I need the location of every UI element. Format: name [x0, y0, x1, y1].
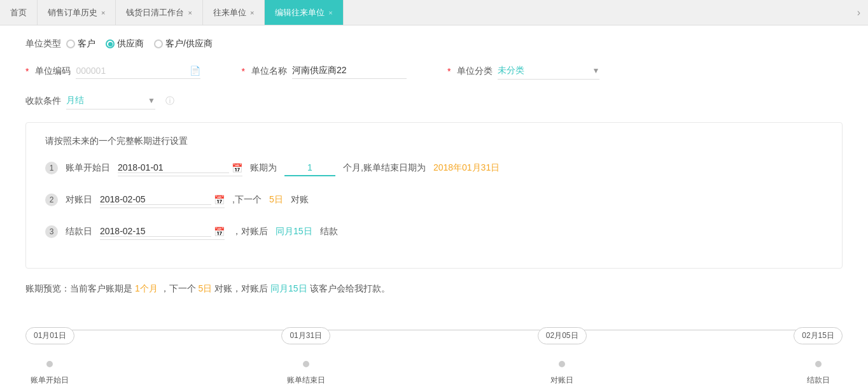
row-num-3: 3 — [45, 225, 58, 238]
unit-name-input[interactable] — [292, 63, 407, 79]
payment-terms-value: 月结 — [66, 95, 145, 106]
unit-code-input-wrapper: 📄 — [76, 63, 200, 79]
unit-info-row: * 单位编码 📄 * 单位名称 * 单位分类 未分类 ▼ — [25, 62, 843, 80]
payment-terms-arrow: ▼ — [148, 96, 155, 105]
timeline-dots: 01月01日 账单开始日 01月31日 账单结束日 02月05日 对账日 02月… — [25, 327, 843, 386]
radio-both[interactable]: 客户/供应商 — [154, 38, 213, 50]
timeline-pill-2: 01月31日 — [281, 327, 330, 344]
timeline-label-1: 账单开始日 — [31, 375, 69, 386]
unit-name-label: 单位名称 — [251, 66, 287, 77]
unit-code-star: * — [25, 66, 29, 76]
timeline-dot-4 — [815, 361, 822, 367]
timeline-pill-1: 01月01日 — [25, 327, 74, 344]
timeline: 01月01日 账单开始日 01月31日 账单结束日 02月05日 对账日 02月… — [25, 314, 843, 387]
payment-date-input: 📅 — [100, 223, 225, 240]
radio-supplier[interactable]: 供应商 — [106, 38, 144, 50]
radio-supplier-circle — [106, 39, 115, 48]
payment-date-calendar[interactable]: 📅 — [214, 227, 225, 237]
tab-partner[interactable]: 往来单位 × — [203, 0, 265, 25]
payment-terms-select[interactable]: 月结 ▼ — [66, 92, 155, 109]
preview-day5: 5日 — [198, 283, 212, 293]
tab-partner-close[interactable]: × — [250, 9, 254, 17]
tab-sales-history[interactable]: 销售订单历史 × — [38, 0, 116, 25]
period-input[interactable] — [284, 160, 335, 176]
end-date-display: 2018年01月31日 — [433, 162, 500, 174]
unit-category-value: 未分类 — [498, 65, 589, 76]
tab-cash-desk-label: 钱货日清工作台 — [126, 7, 184, 18]
payment-date-field[interactable] — [100, 226, 211, 237]
row-label-1: 账单开始日 — [66, 162, 110, 174]
timeline-pill-4: 02月15日 — [794, 327, 843, 344]
payment-post: 结款 — [320, 226, 338, 237]
unit-type-label: 单位类型 — [25, 38, 61, 50]
radio-supplier-label: 供应商 — [117, 38, 144, 50]
tabs-bar: 首页 销售订单历史 × 钱货日清工作台 × 往来单位 × 编辑往来单位 × › — [0, 0, 868, 25]
tab-home-label: 首页 — [10, 7, 27, 18]
unit-category-arrow: ▼ — [592, 66, 599, 75]
reconcile-date-field[interactable] — [100, 194, 211, 205]
payment-pre: ，对账后 — [232, 226, 268, 237]
start-date-field[interactable] — [118, 162, 229, 173]
unit-type-field: 单位类型 客户 供应商 客户/供应商 — [25, 38, 213, 50]
payment-terms-field: 收款条件 月结 ▼ ⓘ — [25, 92, 174, 109]
timeline-node-2: 01月31日 账单结束日 — [281, 327, 330, 386]
start-date-calendar[interactable]: 📅 — [232, 163, 242, 173]
preview-text: 账期预览：当前客户账期是 1个月 ，下一个 5日 对账，对账后 同月15日 该客… — [25, 281, 843, 295]
tab-cash-desk[interactable]: 钱货日清工作台 × — [116, 0, 202, 25]
radio-group: 客户 供应商 客户/供应商 — [66, 38, 213, 50]
unit-code-field: * 单位编码 📄 — [25, 63, 200, 79]
timeline-label-4: 结款日 — [807, 375, 830, 386]
timeline-node-4: 02月15日 结款日 — [794, 327, 843, 386]
radio-customer-label: 客户 — [78, 38, 95, 50]
setting-box: 请按照未来的一个完整帐期进行设置 1 账单开始日 📅 账期为 个月,账单结束日期… — [25, 122, 843, 269]
unit-code-icon[interactable]: 📄 — [190, 66, 200, 76]
unit-name-star: * — [241, 66, 244, 76]
unit-code-label: 单位编码 — [35, 66, 71, 77]
unit-category-field: * 单位分类 未分类 ▼ — [447, 62, 599, 80]
setting-box-title: 请按照未来的一个完整帐期进行设置 — [45, 136, 823, 147]
payment-row: 收款条件 月结 ▼ ⓘ — [25, 92, 843, 109]
row-label-3: 结款日 — [66, 226, 92, 237]
tab-sales-history-close[interactable]: × — [101, 9, 105, 17]
row-label-2: 对账日 — [66, 194, 92, 206]
tab-home[interactable]: 首页 — [0, 0, 38, 25]
timeline-dot-1 — [46, 361, 53, 367]
tab-cash-desk-close[interactable]: × — [188, 9, 192, 17]
unit-category-star: * — [447, 66, 451, 76]
period-unit-label: 个月,账单结束日期为 — [343, 162, 426, 174]
payment-terms-help[interactable]: ⓘ — [165, 95, 174, 107]
unit-name-field: * 单位名称 — [241, 63, 406, 79]
radio-both-circle — [154, 39, 163, 48]
preview-prefix: 账期预览：当前客户账期是 — [25, 283, 132, 293]
preview-month: 1个月 — [135, 283, 158, 293]
unit-category-select[interactable]: 未分类 ▼ — [498, 62, 599, 80]
tab-edit-partner-close[interactable]: × — [328, 9, 332, 17]
reconcile-date-calendar[interactable]: 📅 — [214, 195, 225, 205]
timeline-label-2: 账单结束日 — [287, 375, 325, 386]
reconcile-pre: ,下一个 — [232, 194, 262, 206]
reconcile-date-input: 📅 — [100, 192, 225, 208]
page-content: 单位类型 客户 供应商 客户/供应商 * 单位编码 — [0, 25, 868, 387]
setting-row-2: 2 对账日 📅 ,下一个 5日 对账 — [45, 192, 823, 208]
radio-customer-circle — [66, 39, 75, 48]
preview-mid1: ，下一个 — [160, 283, 196, 293]
unit-code-input[interactable] — [76, 66, 187, 76]
row-num-2: 2 — [45, 194, 58, 206]
tab-partner-label: 往来单位 — [213, 7, 246, 18]
timeline-node-3: 02月05日 对账日 — [538, 327, 587, 386]
tabs-expander[interactable]: › — [850, 0, 868, 25]
start-date-input: 📅 — [118, 160, 242, 176]
reconcile-post: 对账 — [291, 194, 309, 206]
tab-edit-partner[interactable]: 编辑往来单位 × — [265, 0, 343, 25]
period-label: 账期为 — [250, 162, 277, 174]
preview-same15: 同月15日 — [270, 283, 307, 293]
timeline-label-3: 对账日 — [550, 375, 573, 386]
radio-customer[interactable]: 客户 — [66, 38, 95, 50]
setting-row-3: 3 结款日 📅 ，对账后 同月15日 结款 — [45, 223, 823, 240]
preview-mid2: 对账，对账后 — [214, 283, 268, 293]
timeline-dot-2 — [303, 361, 309, 367]
setting-row-1: 1 账单开始日 📅 账期为 个月,账单结束日期为 2018年01月31日 — [45, 160, 823, 176]
unit-category-label: 单位分类 — [457, 66, 493, 77]
timeline-dot-3 — [559, 361, 565, 367]
tab-sales-history-label: 销售订单历史 — [48, 7, 97, 18]
